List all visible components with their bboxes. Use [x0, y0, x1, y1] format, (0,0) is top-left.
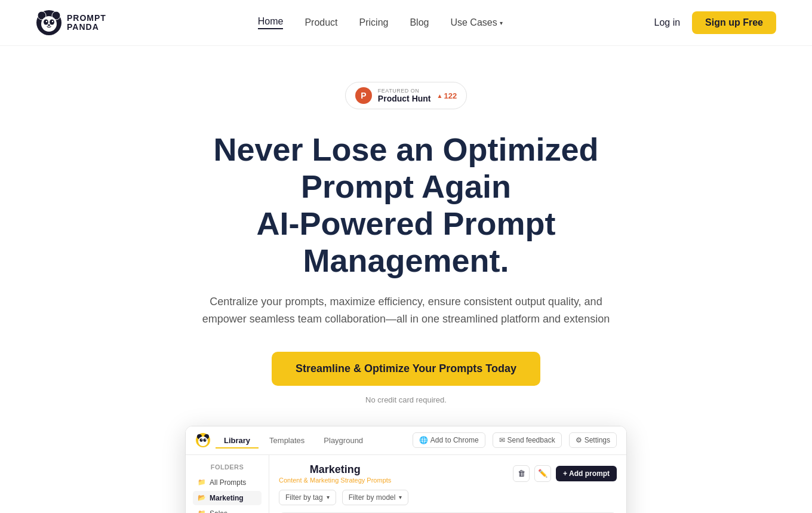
chevron-down-filter-icon: ▾ [327, 494, 330, 500]
svg-point-12 [198, 437, 208, 446]
app-body: Folders 📁 All Prompts 📂 Marketing 📁 Sale… [186, 455, 626, 513]
sidebar-item-marketing[interactable]: 📂 Marketing [193, 491, 262, 505]
add-to-chrome-label: Add to Chrome [430, 436, 479, 444]
app-topbar: Library Templates Playground 🌐 Add to Ch… [186, 426, 626, 455]
chevron-down-icon: ▾ [500, 20, 503, 26]
svg-point-4 [44, 20, 48, 25]
product-hunt-text: FEATURED ON Product Hunt [378, 88, 431, 103]
app-sidebar: Folders 📁 All Prompts 📂 Marketing 📁 Sale… [186, 455, 269, 513]
sidebar-sales-label: Sales [210, 509, 227, 513]
app-main: Marketing Content & Marketing Strategy P… [269, 455, 626, 513]
svg-point-6 [46, 21, 47, 22]
logo-icon [36, 10, 62, 36]
sidebar-item-sales[interactable]: 📁 Sales [193, 506, 262, 513]
app-actions: 🌐 Add to Chrome ✉ Send feedback ⚙ Settin… [413, 432, 617, 448]
svg-point-8 [48, 24, 50, 26]
app-main-header-actions: 🗑 ✏️ + Add prompt [513, 465, 617, 482]
logo[interactable]: PROMPT PANDA [36, 10, 106, 36]
trash-icon: 🗑 [518, 469, 525, 478]
add-prompt-button[interactable]: + Add prompt [556, 466, 617, 481]
product-hunt-badge[interactable]: P FEATURED ON Product Hunt ▲ 122 [345, 82, 467, 109]
edit-icon: ✏️ [538, 469, 548, 478]
nav-link-use-cases[interactable]: Use Cases ▾ [450, 17, 502, 28]
app-filters: Filter by tag ▾ Filter by model ▾ [279, 490, 617, 505]
nav-links: Home Product Pricing Blog Use Cases ▾ [258, 16, 503, 29]
svg-point-16 [205, 440, 206, 441]
sidebar-folders-title: Folders [193, 463, 262, 471]
folder-icon-all: 📁 [198, 478, 206, 486]
delete-icon-btn[interactable]: 🗑 [513, 465, 530, 482]
product-hunt-icon: P [355, 87, 372, 104]
svg-point-7 [52, 21, 53, 22]
hero-headline: Never Lose an Optimized Prompt Again AI-… [161, 131, 651, 279]
svg-point-5 [50, 20, 54, 25]
login-button[interactable]: Log in [654, 17, 681, 28]
svg-point-15 [201, 440, 202, 441]
svg-point-14 [204, 439, 207, 443]
settings-label: Settings [585, 436, 610, 444]
app-tab-row: Library Templates Playground [195, 432, 371, 449]
feedback-icon: ✉ [499, 436, 505, 444]
folder-icon-sales: 📁 [198, 509, 206, 513]
send-feedback-label: Send feedback [508, 436, 555, 444]
edit-icon-btn[interactable]: ✏️ [534, 465, 551, 482]
sidebar-marketing-label: Marketing [210, 494, 244, 502]
app-tab-library[interactable]: Library [216, 432, 259, 449]
ph-count: ▲ 122 [437, 91, 457, 100]
nav-link-pricing[interactable]: Pricing [359, 17, 389, 28]
settings-btn[interactable]: ⚙ Settings [569, 432, 617, 448]
nav-link-use-cases-label: Use Cases [450, 17, 497, 28]
app-tab-templates[interactable]: Templates [261, 432, 313, 449]
svg-point-13 [200, 439, 203, 443]
cta-button[interactable]: Streamline & Optimize Your Prompts Today [272, 352, 540, 386]
nav-actions: Log in Sign up Free [654, 11, 777, 34]
navbar: PROMPT PANDA Home Product Pricing Blog U… [0, 0, 812, 46]
hero-section: P FEATURED ON Product Hunt ▲ 122 Never L… [0, 46, 812, 513]
cta-container: Streamline & Optimize Your Prompts Today… [12, 352, 800, 404]
sidebar-all-prompts-label: All Prompts [210, 478, 246, 487]
send-feedback-btn[interactable]: ✉ Send feedback [493, 432, 562, 448]
app-screenshot: Library Templates Playground 🌐 Add to Ch… [185, 426, 627, 513]
app-tabs: Library Templates Playground [216, 432, 371, 449]
nav-link-blog[interactable]: Blog [410, 17, 429, 28]
ph-name-label: Product Hunt [378, 94, 431, 103]
filter-by-tag-dropdown[interactable]: Filter by tag ▾ [279, 490, 336, 505]
app-main-header: Marketing Content & Marketing Strategy P… [279, 463, 617, 484]
sidebar-item-all-prompts[interactable]: 📁 All Prompts [193, 475, 262, 490]
add-to-chrome-btn[interactable]: 🌐 Add to Chrome [413, 432, 485, 448]
ph-count-value: 122 [444, 91, 457, 100]
hero-headline-line2: AI-Powered Prompt Management. [256, 205, 555, 278]
signup-button[interactable]: Sign up Free [692, 11, 776, 34]
chevron-down-model-icon: ▾ [399, 494, 402, 500]
filter-model-label: Filter by model [349, 493, 396, 502]
settings-icon: ⚙ [576, 436, 582, 444]
filter-tag-label: Filter by tag [285, 493, 323, 502]
folder-icon-marketing: 📂 [198, 494, 206, 502]
app-logo-icon [195, 432, 211, 448]
logo-text-line1: PROMPT [67, 14, 106, 23]
logo-text-line2: PANDA [67, 23, 106, 32]
app-tab-playground[interactable]: Playground [315, 432, 371, 449]
hero-headline-line1: Never Lose an Optimized Prompt Again [213, 131, 598, 204]
nav-link-home[interactable]: Home [258, 16, 284, 29]
app-main-header-left: Marketing Content & Marketing Strategy P… [279, 463, 391, 484]
filter-by-model-dropdown[interactable]: Filter by model ▾ [342, 490, 409, 505]
nav-link-product[interactable]: Product [304, 17, 337, 28]
chrome-icon: 🌐 [419, 436, 428, 444]
no-credit-text: No credit card required. [12, 395, 800, 404]
ph-featured-label: FEATURED ON [378, 88, 419, 94]
app-main-subtitle: Content & Marketing Strategy Prompts [279, 477, 391, 484]
ph-arrow-icon: ▲ [437, 93, 443, 99]
hero-subtext: Centralize your prompts, maximize effici… [191, 293, 621, 328]
svg-point-3 [41, 16, 57, 32]
app-main-title: Marketing [279, 463, 391, 476]
